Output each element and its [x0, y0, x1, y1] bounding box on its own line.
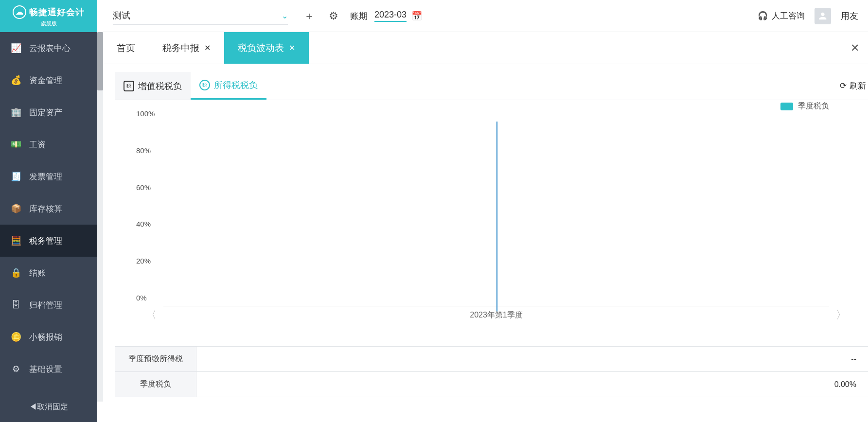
close-all-tabs[interactable]: ✕	[842, 32, 868, 64]
table-row: 季度税负 0.00%	[115, 372, 868, 397]
chart-area: 季度税负 0% 20% 40% 60% 80% 100% 〈 2023年第1季度…	[115, 100, 868, 324]
tab-label: 税务申报	[162, 42, 199, 54]
tab-tax-fluctuation[interactable]: 税负波动表✕	[224, 32, 309, 64]
vat-icon: 税	[124, 81, 134, 91]
sidebar-item-salary[interactable]: 💵工资	[0, 128, 97, 160]
coin-icon: 🪙	[11, 332, 21, 342]
add-button[interactable]: ＋	[301, 8, 317, 24]
username: 用友	[841, 10, 858, 22]
chart-next-button[interactable]: 〉	[836, 308, 847, 322]
xaxis-label: 2023年第1季度	[470, 310, 523, 320]
building-icon: 🏢	[11, 107, 21, 118]
refresh-label: 刷新	[850, 80, 866, 91]
tab-home[interactable]: 首页	[103, 32, 149, 64]
tax-icon: 🧮	[11, 235, 21, 246]
consult-button[interactable]: 🎧 人工咨询	[758, 10, 805, 21]
ytick: 0%	[136, 294, 147, 302]
sidebar-item-expense[interactable]: 🪙小畅报销	[0, 321, 97, 353]
sidebar-item-label: 工资	[29, 139, 46, 150]
row-value: --	[196, 347, 868, 371]
row-label: 季度税负	[115, 372, 196, 397]
period-label: 账期	[350, 10, 368, 22]
subtab-income-tax[interactable]: 税 所得税税负	[191, 72, 266, 100]
tabbar: 首页 税务申报✕ 税负波动表✕ ✕	[103, 32, 868, 64]
tab-label: 税负波动表	[238, 42, 284, 54]
sidebar-item-tax[interactable]: 🧮税务管理	[0, 225, 97, 257]
brand-edition: 旗舰版	[41, 20, 57, 27]
tab-tax-filing[interactable]: 税务申报✕	[149, 32, 224, 64]
lock-icon: 🔒	[11, 267, 21, 278]
box-icon: 📦	[11, 203, 21, 214]
legend-swatch	[780, 103, 793, 110]
ytick: 100%	[136, 109, 155, 118]
refresh-icon: ⟳	[840, 81, 847, 91]
sidebar-item-label: 发票管理	[29, 171, 62, 182]
sidebar-item-inventory[interactable]: 📦库存核算	[0, 193, 97, 225]
close-icon[interactable]: ✕	[204, 43, 211, 53]
money-icon: 💰	[11, 75, 21, 86]
sidebar-item-settings[interactable]: ⚙基础设置	[0, 353, 97, 385]
chart-legend: 季度税负	[780, 101, 829, 111]
sidebar: ☁ 畅捷通好会计 旗舰版 📈云报表中心 💰资金管理 🏢固定资产 💵工资 🧾发票管…	[0, 0, 97, 422]
row-label: 季度预缴所得税	[115, 347, 196, 371]
subtab-label: 增值税税负	[138, 80, 182, 92]
cloud-icon: ☁	[13, 5, 26, 19]
brand-name: 畅捷通好会计	[29, 6, 85, 18]
chart-icon: 📈	[11, 43, 21, 53]
wallet-icon: 💵	[11, 139, 21, 150]
company-selector[interactable]: 测试 ⌄	[113, 7, 288, 25]
subtabs: 税 增值税税负 税 所得税税负 ⟳ 刷新	[115, 72, 868, 100]
chart-prev-button[interactable]: 〈	[146, 308, 157, 322]
brand-logo: ☁ 畅捷通好会计 旗舰版	[0, 0, 97, 32]
chart-plot: 0% 20% 40% 60% 80% 100%	[163, 122, 829, 306]
calendar-icon[interactable]: 📅	[411, 11, 422, 21]
ytick: 20%	[136, 257, 151, 265]
sidebar-item-archive[interactable]: 🗄归档管理	[0, 289, 97, 321]
sidebar-item-funds[interactable]: 💰资金管理	[0, 64, 97, 96]
archive-icon: 🗄	[11, 299, 21, 310]
headset-icon: 🎧	[758, 11, 768, 21]
ytick: 60%	[136, 183, 151, 191]
topbar: 测试 ⌄ ＋ ⚙ 账期 2023-03 📅 🎧 人工咨询 用友	[103, 0, 868, 32]
ytick: 40%	[136, 220, 151, 228]
period-value[interactable]: 2023-03	[374, 10, 407, 22]
ytick: 80%	[136, 146, 151, 154]
sidebar-unpin[interactable]: ◀取消固定	[0, 397, 97, 417]
sidebar-item-report-center[interactable]: 📈云报表中心	[0, 32, 97, 64]
close-icon[interactable]: ✕	[289, 43, 295, 53]
tab-label: 首页	[117, 42, 135, 54]
sidebar-item-closing[interactable]: 🔒结账	[0, 257, 97, 289]
content: 税 增值税税负 税 所得税税负 ⟳ 刷新 季度税负 0% 20% 40% 60%…	[115, 72, 868, 422]
sidebar-item-label: 结账	[29, 267, 46, 279]
legend-label: 季度税负	[798, 101, 829, 111]
sidebar-item-label: 资金管理	[29, 75, 62, 86]
data-table: 季度预缴所得税 -- 季度税负 0.00%	[115, 346, 868, 397]
gear-icon: ⚙	[11, 364, 21, 374]
row-value: 0.00%	[196, 372, 868, 397]
income-icon: 税	[199, 80, 210, 90]
subtab-vat[interactable]: 税 增值税税负	[115, 72, 191, 100]
chart-xaxis: 〈 2023年第1季度 〉	[163, 306, 829, 324]
subtab-label: 所得税税负	[214, 79, 258, 91]
settings-button[interactable]: ⚙	[326, 8, 341, 24]
sidebar-item-fixed-assets[interactable]: 🏢固定资产	[0, 96, 97, 128]
chart-crosshair	[496, 122, 497, 312]
receipt-icon: 🧾	[11, 171, 21, 182]
sidebar-item-label: 库存核算	[29, 203, 62, 214]
chevron-down-icon: ⌄	[282, 11, 288, 20]
avatar[interactable]	[815, 8, 831, 24]
sidebar-item-invoice[interactable]: 🧾发票管理	[0, 160, 97, 193]
sidebar-item-label: 小畅报销	[29, 332, 62, 343]
sidebar-item-label: 归档管理	[29, 299, 62, 311]
table-row: 季度预缴所得税 --	[115, 347, 868, 372]
company-name: 测试	[113, 10, 130, 21]
consult-label: 人工咨询	[772, 10, 805, 21]
sidebar-item-label: 税务管理	[29, 235, 62, 246]
sidebar-item-label: 基础设置	[29, 364, 62, 375]
sidebar-scrollbar[interactable]	[97, 32, 103, 402]
refresh-button[interactable]: ⟳ 刷新	[840, 80, 868, 91]
scrollbar-thumb[interactable]	[97, 32, 103, 90]
sidebar-item-label: 固定资产	[29, 107, 62, 118]
sidebar-item-label: 云报表中心	[29, 43, 71, 54]
